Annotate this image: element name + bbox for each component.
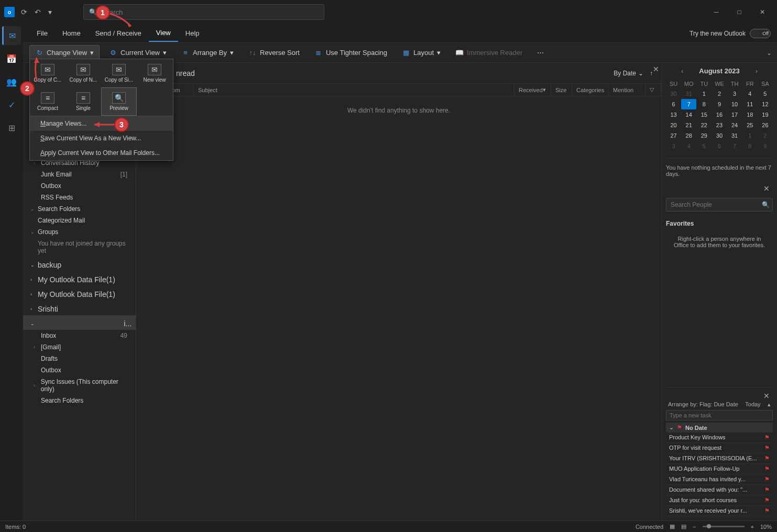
zoom-out-icon / data-interactable[interactable]: − <box>693 524 696 530</box>
task-item[interactable]: Srishti, we've received your r...⚑ <box>666 506 773 516</box>
flag-icon[interactable]: ⚑ <box>764 455 770 462</box>
folder-drafts[interactable]: Drafts <box>23 353 136 364</box>
cal-day[interactable]: 12 <box>758 99 773 109</box>
col-categories[interactable]: Categories <box>572 84 609 96</box>
cal-day[interactable]: 6 <box>712 141 727 151</box>
task-item[interactable]: MUO Application Follow-Up⚑ <box>666 464 773 474</box>
col-received[interactable]: Received ▾ <box>515 84 551 96</box>
maximize-button[interactable]: □ <box>729 4 750 20</box>
cal-next[interactable]: › <box>756 67 758 75</box>
section-account[interactable]: ⌄i... <box>23 315 136 330</box>
cal-day[interactable]: 9 <box>758 141 773 151</box>
task-group-nodate[interactable]: ⌄ ⚑ No Date <box>666 423 773 433</box>
section-srishti[interactable]: ›Srishti <box>23 301 136 315</box>
cal-day[interactable]: 4 <box>681 141 696 151</box>
folder-inbox[interactable]: Inbox49 <box>23 330 136 341</box>
view-reading-icon[interactable]: ▤ <box>681 523 686 530</box>
view-normal-icon[interactable]: ▦ <box>670 523 675 530</box>
cal-prev[interactable]: ‹ <box>681 67 683 75</box>
rail-mail[interactable]: ✉ <box>2 26 21 45</box>
cal-day[interactable]: 9 <box>712 99 727 109</box>
tab-view[interactable]: View <box>149 25 178 42</box>
arrange-by-button[interactable]: ≡ Arrange By▾ <box>176 46 239 60</box>
zoom-slider[interactable] <box>703 526 745 527</box>
folder-search-folders[interactable]: ⌄Search Folders <box>23 203 136 215</box>
cal-day[interactable]: 19 <box>758 109 773 120</box>
cal-day[interactable]: 15 <box>696 109 712 120</box>
gallery-item[interactable]: ≡Compact <box>30 87 65 116</box>
cal-day[interactable]: 8 <box>742 141 758 151</box>
flag-icon[interactable]: ⚑ <box>764 497 770 504</box>
task-item[interactable]: Vlad Turiceanu has invited y...⚑ <box>666 474 773 485</box>
people-search-input[interactable] <box>666 198 773 212</box>
apply-view-item[interactable]: Apply Current View to Other Mail Folders… <box>30 146 173 160</box>
flag-icon[interactable]: ⚑ <box>764 434 770 441</box>
tab-help[interactable]: Help <box>178 25 207 41</box>
task-item[interactable]: Product Key Windows⚑ <box>666 433 773 443</box>
cal-day[interactable]: 4 <box>742 88 758 99</box>
cal-day[interactable]: 26 <box>758 120 773 130</box>
reverse-sort-button[interactable]: ↑↓ Reverse Sort <box>243 46 305 60</box>
cal-day[interactable]: 17 <box>727 109 742 120</box>
task-item[interactable]: Document shared with you: "...⚑ <box>666 485 773 495</box>
cal-day[interactable]: 21 <box>681 120 696 130</box>
cal-day[interactable]: 7 <box>727 141 742 151</box>
gallery-item[interactable]: ✉Copy of Si... <box>101 59 137 87</box>
cal-day[interactable]: 28 <box>681 130 696 141</box>
cal-day[interactable]: 14 <box>681 109 696 120</box>
layout-button[interactable]: ▦ Layout▾ <box>397 46 446 60</box>
minimize-button[interactable]: ─ <box>706 4 727 20</box>
cal-day[interactable]: 24 <box>727 120 742 130</box>
flag-icon[interactable]: ⚑ <box>764 476 770 483</box>
flag-icon[interactable]: ⚑ <box>764 445 770 451</box>
task-item[interactable]: OTP for visit request⚑ <box>666 443 773 453</box>
folder-outbox2[interactable]: Outbox <box>23 364 136 376</box>
flag-icon[interactable]: ⚑ <box>764 486 770 493</box>
cal-day[interactable]: 3 <box>727 88 742 99</box>
cal-day[interactable]: 29 <box>696 130 712 141</box>
cal-day[interactable]: 25 <box>742 120 758 130</box>
gallery-item[interactable]: ≡Single <box>65 87 101 116</box>
gallery-item[interactable]: ✉New view <box>137 59 172 87</box>
cal-day[interactable]: 20 <box>666 120 681 130</box>
current-view-button[interactable]: ⚙ Current View▾ <box>104 46 172 60</box>
tab-home[interactable]: Home <box>55 25 88 41</box>
close-tasks-icon[interactable]: ✕ <box>666 391 773 401</box>
col-size[interactable]: Size <box>551 84 572 96</box>
flag-icon[interactable]: ⚑ <box>764 507 770 514</box>
sort-bydate[interactable]: By Date ⌄ <box>614 70 643 77</box>
cal-day[interactable]: 10 <box>727 99 742 109</box>
rail-people[interactable]: 👥 <box>2 72 21 91</box>
task-item[interactable]: Your ITRV (SRISHTISISODIA (E...⚑ <box>666 453 773 464</box>
flag-icon[interactable]: ⚑ <box>764 465 770 472</box>
cal-day[interactable]: 2 <box>758 130 773 141</box>
cal-day[interactable]: 1 <box>696 88 712 99</box>
section-data1[interactable]: ›My Outlook Data File(1) <box>23 271 136 286</box>
cal-day[interactable]: 11 <box>742 99 758 109</box>
undo-icon[interactable]: ↶ <box>35 8 41 16</box>
col-filter-icon[interactable]: ▽ <box>645 84 661 96</box>
try-new-toggle[interactable]: Off <box>750 29 771 38</box>
folder-categorized[interactable]: Categorized Mail <box>23 215 136 226</box>
folder-junk[interactable]: Junk Email[1] <box>23 169 136 180</box>
zoom-in-icon[interactable]: + <box>751 524 754 530</box>
cal-day[interactable]: 31 <box>727 130 742 141</box>
cal-day[interactable]: 7 <box>681 99 696 109</box>
rail-todo[interactable]: ✓ <box>2 95 21 114</box>
gallery-item[interactable]: 🔍Preview <box>101 87 137 116</box>
cal-day[interactable]: 13 <box>666 109 681 120</box>
immersive-reader-button[interactable]: 📖 Immersive Reader <box>450 46 528 60</box>
arrange-label[interactable]: Arrange by: Flag: Due Date <box>668 401 738 408</box>
folder-groups[interactable]: ⌄Groups <box>23 226 136 238</box>
tighter-spacing-button[interactable]: ≣ Use Tighter Spacing <box>309 46 392 60</box>
cal-day[interactable]: 18 <box>742 109 758 120</box>
cal-day[interactable]: 6 <box>666 99 681 109</box>
cal-day[interactable]: 31 <box>681 88 696 99</box>
folder-gmail[interactable]: ›[Gmail] <box>23 341 136 353</box>
cal-day[interactable]: 30 <box>712 130 727 141</box>
today-label[interactable]: Today <box>745 401 760 408</box>
folder-sync[interactable]: ›Sync Issues (This computer only) <box>23 376 136 395</box>
rail-calendar[interactable]: 📅 <box>2 49 21 68</box>
close-pane-icon[interactable]: ✕ <box>653 65 659 73</box>
more-button[interactable]: ⋯ <box>532 46 549 60</box>
